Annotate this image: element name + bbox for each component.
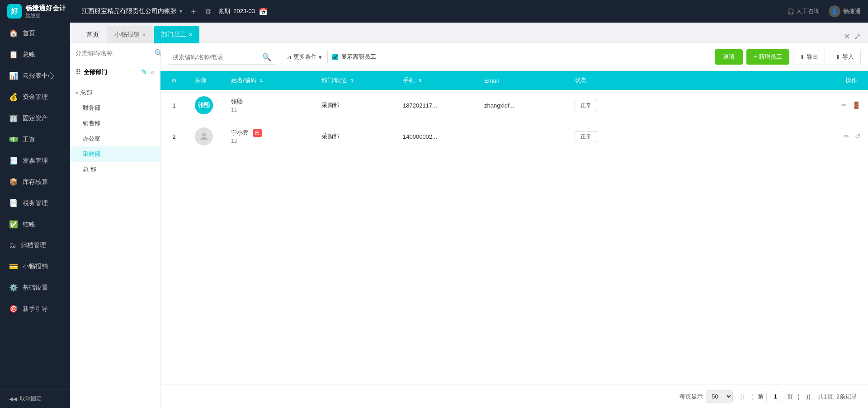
tab-home-label: 首页 [86,31,99,39]
inventory-icon: 📦 [9,178,18,186]
col-settings[interactable]: ⚙ [160,71,188,90]
row2-dept: 采购部 [314,121,396,152]
row2-actions: ✏ ↺ [814,121,868,152]
logo-area: 好 畅捷通好会计 旗舰版 [7,4,77,19]
row2-avatar [188,121,224,152]
sidebar-label-invoice: 发票管理 [23,157,48,165]
row1-name-code: 张熙 11 [224,90,314,121]
sidebar-item-tax[interactable]: 📑 税务管理 [0,192,70,214]
sidebar-item-guide[interactable]: 🎯 新手引导 [0,298,70,319]
sidebar-item-assets[interactable]: 🏢 固定资产 [0,108,70,129]
status-badge: 正常 [575,100,597,111]
guide-icon: 🎯 [9,305,18,313]
dept-all-label[interactable]: ⠿ 全部部门 [75,68,107,76]
tab-department-label: 部门员工 [161,31,186,39]
user-menu[interactable]: 👤 畅捷通 [829,5,861,17]
employee-name: 张熙 [231,98,307,106]
employee-name: 宁小壹 应 [231,129,307,137]
tab-department-close[interactable]: × [189,32,192,38]
dept-node-bangong[interactable]: 办公室 [70,131,160,146]
employee-code: 11 [231,107,307,113]
dept-panel: 🔍 ⠿ 全部部门 ✎ « ▾ 总部 [70,43,160,408]
app-subtitle: 旗舰版 [25,12,66,19]
refresh-icon[interactable]: ↺ [855,132,861,141]
sidebar-item-reports[interactable]: 📊 云报表中心 [0,65,70,86]
page-unit: 页 [787,393,793,401]
logout-icon[interactable]: 🚪 [852,101,861,109]
tab-expense[interactable]: 小畅报销 × [107,26,153,43]
calendar-icon[interactable]: 📅 [259,7,268,16]
page-size-select: 每页显示 10 20 50 100 [679,390,733,403]
import-button[interactable]: ⬇ 导入 [829,49,861,65]
dept-collapse-icon[interactable]: « [151,68,155,76]
funds-icon: 💰 [9,93,18,101]
employee-search-input[interactable] [173,54,259,61]
col-phone[interactable]: 手机 ⇅ [396,71,477,90]
ying-badge: 应 [253,129,262,137]
tax-icon: 📑 [9,199,18,207]
tab-home[interactable]: 首页 [79,26,106,43]
unpin-button[interactable]: ◀◀ 取消固定 [0,389,70,408]
sidebar-item-inventory[interactable]: 📦 库存核算 [0,171,70,192]
dept-expand-icon: ▾ [75,89,79,96]
row2-phone: 140000002... [396,121,477,152]
employee-table-container: ⚙ 头像 姓名/编码 ⇅ 部门/职位 ⇅ 手机 ⇅ [160,71,868,385]
show-resigned-checkbox[interactable] [332,54,338,60]
dept-add-icon[interactable]: ✎ [141,68,147,76]
prev-page-button[interactable]: ⟨ [749,392,755,401]
tab-expense-close[interactable]: × [142,32,146,38]
filter-dropdown-icon: ▾ [319,54,322,61]
page-size-dropdown[interactable]: 10 20 50 100 [706,390,733,403]
invite-button[interactable]: 邀请 [715,49,743,65]
total-text: 共1页, 2条记录 [818,393,857,401]
app-title: 畅捷通好会计 [25,4,66,12]
dept-node-xiaoshou[interactable]: 销售部 [70,116,160,131]
sidebar-item-archive[interactable]: 🗂 归档管理 [0,235,70,256]
last-page-button[interactable]: ⟩⟩ [804,392,812,401]
dept-node-zongbu[interactable]: ▾ 总部 [70,85,160,100]
sidebar-item-funds[interactable]: 💰 资金管理 [0,86,70,108]
first-page-button[interactable]: ⟨⟨ [738,392,746,401]
dept-node-caigou[interactable]: 采购部 [70,146,160,162]
sidebar-item-ledger[interactable]: 📋 总账 [0,44,70,65]
edit-icon[interactable]: ✏ [841,101,847,109]
sidebar-item-xiao[interactable]: 💳 小畅报销 [0,256,70,277]
sidebar-item-settings[interactable]: ⚙️ 基础设置 [0,277,70,298]
col-name-code[interactable]: 姓名/编码 ⇅ [224,71,314,90]
page-number-input[interactable] [766,391,784,402]
window-close-button[interactable]: ✕ [844,32,850,42]
row1-email: zhangxidf... [477,90,567,121]
table-header-row: ⚙ 头像 姓名/编码 ⇅ 部门/职位 ⇅ 手机 ⇅ [160,71,868,90]
settings-icon[interactable]: ⚙ [205,7,211,16]
service-button[interactable]: 🎧 人工咨询 [787,7,820,15]
edit-icon[interactable]: ✏ [844,132,849,141]
col-dept[interactable]: 部门/职位 ⇅ [314,71,396,90]
sidebar-item-checkout[interactable]: ✅ 结账 [0,214,70,235]
import-icon: ⬇ [835,54,840,61]
next-page-button[interactable]: ⟩ [796,392,802,401]
archive-icon: 🗂 [9,241,16,249]
tab-bar: 首页 小畅报销 × 部门员工 × ✕ ⤢ [70,23,868,43]
toolbar-right: 邀请 + 新增员工 ⬆ 导出 ⬇ 导入 [715,49,861,65]
filter-button[interactable]: ⊿ 更多条件 ▾ [281,50,328,64]
dept-node-zong[interactable]: 总 部 [70,162,160,177]
company-dropdown-icon[interactable]: ▾ [179,8,182,14]
dept-search-input[interactable] [75,50,151,56]
tab-department[interactable]: 部门员工 × [154,26,199,43]
sidebar-item-invoice[interactable]: 🧾 发票管理 [0,150,70,171]
grid-icon: ⠿ [75,68,81,76]
dept-node-caiwu[interactable]: 财务部 [70,100,160,116]
row2-email [477,121,567,152]
sidebar-item-payroll[interactable]: 💵 工资 [0,129,70,150]
window-expand-button[interactable]: ⤢ [854,32,861,42]
add-employee-button[interactable]: + 新增员工 [746,49,789,65]
sidebar-label-xiao: 小畅报销 [23,263,48,271]
dept-header: ⠿ 全部部门 ✎ « [70,63,160,81]
export-button[interactable]: ⬆ 导出 [793,49,825,65]
add-icon[interactable]: ＋ [189,6,198,17]
sidebar-item-home[interactable]: 🏠 首页 [0,23,70,44]
page-size-label: 每页显示 [679,393,703,401]
sidebar-label-home: 首页 [23,29,35,38]
invoice-icon: 🧾 [9,156,18,165]
search-icon[interactable]: 🔍 [262,53,271,61]
